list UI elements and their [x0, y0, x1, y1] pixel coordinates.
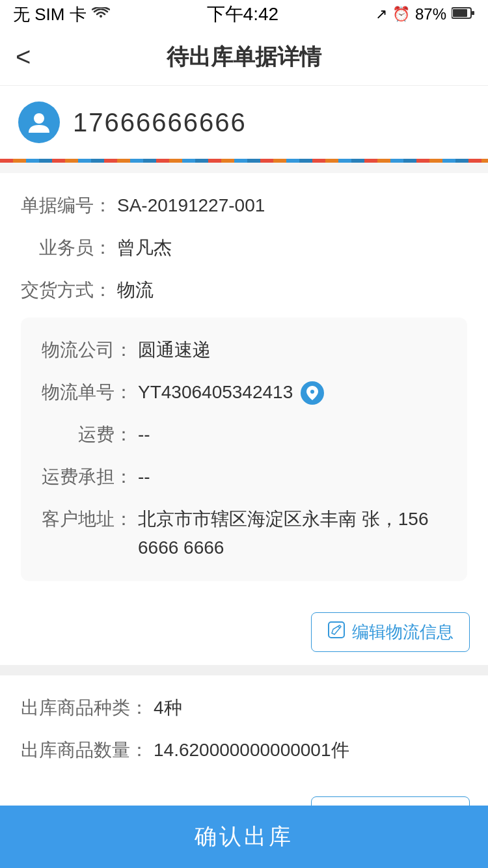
- freight-value: --: [138, 420, 446, 450]
- wifi-icon: [92, 5, 110, 25]
- goods-types-row: 出库商品种类： 4种: [21, 694, 467, 723]
- confirm-button-label: 确认出库: [195, 822, 293, 852]
- staff-row: 业务员： 曾凡杰: [21, 234, 467, 263]
- svg-rect-1: [453, 9, 467, 17]
- freight-row: 运费： --: [42, 420, 446, 450]
- time-text: 下午4:42: [207, 2, 279, 27]
- order-info-section: 单据编号： SA-20191227-001 业务员： 曾凡杰 交货方式： 物流 …: [0, 173, 488, 599]
- logistics-tracking-value: YT4306405342413: [138, 378, 446, 407]
- goods-types-label: 出库商品种类：: [21, 694, 148, 723]
- edit-logistics-button[interactable]: 编辑物流信息: [311, 612, 470, 652]
- goods-types-value: 4种: [154, 694, 182, 723]
- svg-rect-5: [329, 622, 344, 638]
- svg-point-4: [310, 390, 314, 394]
- address-label: 客户地址：: [42, 505, 133, 534]
- order-number-row: 单据编号： SA-20191227-001: [21, 191, 467, 221]
- status-right: ↗ ⏰ 87%: [375, 5, 475, 23]
- tracking-location-icon[interactable]: [301, 381, 324, 405]
- logistics-company-value: 圆通速递: [138, 336, 446, 365]
- alarm-icon: ⏰: [392, 6, 410, 23]
- address-row: 客户地址： 北京市市辖区海淀区永丰南 张，156 6666 6666: [42, 505, 446, 563]
- status-bar: 无 SIM 卡 下午4:42 ↗ ⏰ 87%: [0, 0, 488, 29]
- battery-text: 87%: [415, 5, 446, 23]
- page-title: 待出库单据详情: [167, 42, 321, 72]
- section-separator: [0, 665, 488, 675]
- carrier-text: 无 SIM 卡: [13, 3, 87, 26]
- delivery-label: 交货方式：: [21, 276, 112, 305]
- edit-logistics-section: 编辑物流信息: [0, 599, 488, 665]
- order-number-value: SA-20191227-001: [117, 191, 467, 221]
- goods-quantity-value: 14.620000000000001件: [154, 736, 349, 765]
- freight-label: 运费：: [42, 420, 133, 450]
- customer-header: 17666666666: [0, 86, 488, 159]
- svg-line-6: [338, 627, 340, 628]
- edit-icon: [327, 621, 346, 644]
- logistics-tracking-label: 物流单号：: [42, 378, 133, 407]
- edit-logistics-label: 编辑物流信息: [352, 621, 454, 644]
- address-value: 北京市市辖区海淀区永丰南 张，156 6666 6666: [138, 505, 446, 563]
- svg-point-3: [34, 113, 44, 124]
- avatar: [18, 102, 60, 143]
- confirm-bar[interactable]: 确认出库: [0, 806, 488, 868]
- location-icon: ↗: [375, 6, 387, 23]
- back-button[interactable]: <: [16, 42, 31, 72]
- nav-bar: < 待出库单据详情: [0, 29, 488, 86]
- freight-bearer-label: 运费承担：: [42, 463, 133, 492]
- freight-bearer-row: 运费承担： --: [42, 463, 446, 492]
- goods-quantity-label: 出库商品数量：: [21, 736, 148, 765]
- delivery-value: 物流: [117, 276, 467, 305]
- goods-quantity-row: 出库商品数量： 14.620000000000001件: [21, 736, 467, 765]
- logistics-company-row: 物流公司： 圆通速递: [42, 336, 446, 365]
- staff-value: 曾凡杰: [117, 234, 467, 263]
- freight-bearer-value: --: [138, 463, 446, 492]
- status-left: 无 SIM 卡: [13, 3, 110, 26]
- logistics-card: 物流公司： 圆通速递 物流单号： YT4306405342413 运费：: [21, 318, 467, 581]
- order-number-label: 单据编号：: [21, 191, 112, 221]
- logistics-tracking-row: 物流单号： YT4306405342413: [42, 378, 446, 407]
- colorful-divider: [0, 159, 488, 163]
- goods-section: 出库商品种类： 4种 出库商品数量： 14.620000000000001件: [0, 675, 488, 783]
- staff-label: 业务员：: [21, 234, 112, 263]
- customer-phone: 17666666666: [73, 108, 247, 137]
- svg-rect-2: [472, 11, 474, 15]
- battery-icon: [452, 5, 475, 23]
- delivery-row: 交货方式： 物流: [21, 276, 467, 305]
- logistics-company-label: 物流公司：: [42, 336, 133, 365]
